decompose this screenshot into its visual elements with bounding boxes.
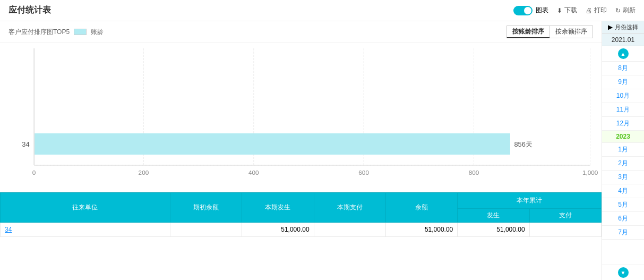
col-balance-header: 余额 bbox=[385, 193, 457, 223]
cell-current: 51,000.00 bbox=[242, 223, 314, 237]
table-section: 往来单位 期初余额 本期发生 本期支付 余额 本年累计 发生 支付 bbox=[0, 192, 602, 237]
svg-text:1,000: 1,000 bbox=[582, 169, 598, 176]
cell-opening bbox=[170, 223, 242, 237]
sidebar-collapse-btn[interactable]: ▶ 月份选择 bbox=[602, 21, 644, 34]
chart-toggle-wrap: 图表 bbox=[513, 6, 548, 15]
month-list: 8月9月10月11月12月20231月2月3月4月5月6月7月 bbox=[602, 62, 644, 265]
svg-text:856天: 856天 bbox=[514, 141, 532, 148]
month-sidebar: ▶ 月份选择 2021.01 ▲ 8月9月10月11月12月20231月2月3月… bbox=[602, 21, 644, 280]
cell-payment bbox=[314, 223, 385, 237]
col-unit-header: 往来单位 bbox=[1, 193, 170, 223]
svg-text:0: 0 bbox=[32, 169, 36, 176]
refresh-label: 刷新 bbox=[623, 6, 636, 15]
month-item[interactable]: 1月 bbox=[602, 143, 644, 157]
summary-table: 往来单位 期初余额 本期发生 本期支付 余额 本年累计 发生 支付 bbox=[0, 192, 602, 237]
svg-text:600: 600 bbox=[358, 169, 369, 176]
chevron-right-icon: ▶ bbox=[608, 23, 613, 31]
header-actions: 图表 ⬇ 下载 🖨 打印 ↻ 刷新 bbox=[513, 6, 636, 15]
sidebar-current-month: 2021.01 bbox=[602, 34, 644, 46]
legend-title: 客户应付排序图TOP5 bbox=[8, 28, 70, 37]
refresh-icon: ↻ bbox=[615, 7, 621, 14]
month-item[interactable]: 7月 bbox=[602, 226, 644, 240]
col-current-header: 本期发生 bbox=[242, 193, 314, 223]
refresh-button[interactable]: ↻ 刷新 bbox=[615, 6, 636, 15]
chart-toggle-label: 图表 bbox=[536, 6, 548, 15]
month-item[interactable]: 2月 bbox=[602, 157, 644, 171]
legend-box bbox=[74, 29, 87, 35]
month-item[interactable]: 3月 bbox=[602, 171, 644, 184]
main-content: 客户应付排序图TOP5 账龄 按账龄排序 按余额排序 bbox=[0, 21, 644, 280]
sidebar-down-nav: ▼ bbox=[602, 265, 644, 280]
month-item[interactable]: 5月 bbox=[602, 198, 644, 212]
cell-unit[interactable]: 34 bbox=[1, 223, 170, 237]
col-ytd-pay-header: 支付 bbox=[529, 209, 601, 223]
month-item[interactable]: 11月 bbox=[602, 103, 644, 117]
print-button[interactable]: 🖨 打印 bbox=[586, 6, 607, 15]
chart-legend: 客户应付排序图TOP5 账龄 bbox=[8, 28, 104, 37]
col-payment-header: 本期支付 bbox=[314, 193, 385, 223]
col-ytd-occur-header: 发生 bbox=[458, 209, 529, 223]
download-button[interactable]: ⬇ 下载 bbox=[557, 6, 577, 15]
month-item[interactable]: 8月 bbox=[602, 62, 644, 75]
cell-ytd-occur: 51,000.00 bbox=[458, 223, 529, 237]
month-item[interactable]: 2023 bbox=[602, 131, 644, 143]
month-item[interactable]: 4月 bbox=[602, 184, 644, 198]
chart-header: 客户应付排序图TOP5 账龄 按账龄排序 按余额排序 bbox=[0, 21, 602, 43]
print-label: 打印 bbox=[594, 6, 607, 15]
col-ytd-header: 本年累计 bbox=[458, 193, 602, 209]
sort-by-balance-tab[interactable]: 按余额排序 bbox=[549, 26, 593, 38]
month-item[interactable]: 6月 bbox=[602, 212, 644, 226]
month-item[interactable]: 10月 bbox=[602, 89, 644, 103]
svg-text:200: 200 bbox=[139, 169, 149, 176]
table-wrapper: 往来单位 期初余额 本期发生 本期支付 余额 本年累计 发生 支付 bbox=[0, 192, 602, 237]
download-label: 下载 bbox=[564, 6, 577, 15]
sidebar-up-nav: ▲ bbox=[602, 46, 644, 62]
chart-svg: 34 856天 0 200 400 600 800 1,000 bbox=[0, 43, 602, 192]
legend-item-label: 账龄 bbox=[91, 28, 104, 37]
col-opening-header: 期初余额 bbox=[170, 193, 242, 223]
sort-by-age-tab[interactable]: 按账龄排序 bbox=[506, 26, 549, 38]
chart-toggle[interactable] bbox=[513, 6, 533, 15]
chart-section: 客户应付排序图TOP5 账龄 按账龄排序 按余额排序 bbox=[0, 21, 602, 280]
chart-sort-tabs: 按账龄排序 按余额排序 bbox=[506, 26, 593, 38]
cell-balance: 51,000.00 bbox=[385, 223, 457, 237]
svg-text:800: 800 bbox=[469, 169, 479, 176]
sidebar-header-label: 月份选择 bbox=[615, 24, 638, 30]
page-title: 应付统计表 bbox=[8, 5, 51, 16]
svg-text:400: 400 bbox=[248, 169, 259, 176]
cell-ytd-pay bbox=[529, 223, 601, 237]
chart-bar bbox=[35, 133, 510, 155]
chart-area: 34 856天 0 200 400 600 800 1,000 bbox=[0, 43, 602, 192]
month-item[interactable]: 12月 bbox=[602, 117, 644, 131]
table-row: 34 51,000.00 51,000.00 51,000.00 bbox=[1, 223, 602, 237]
print-icon: 🖨 bbox=[586, 7, 592, 14]
month-item[interactable]: 9月 bbox=[602, 75, 644, 89]
download-icon: ⬇ bbox=[557, 7, 562, 14]
month-up-button[interactable]: ▲ bbox=[618, 48, 629, 59]
svg-text:34: 34 bbox=[22, 141, 29, 148]
month-down-button[interactable]: ▼ bbox=[618, 267, 629, 278]
page-header: 应付统计表 图表 ⬇ 下载 🖨 打印 ↻ 刷新 bbox=[0, 0, 644, 21]
